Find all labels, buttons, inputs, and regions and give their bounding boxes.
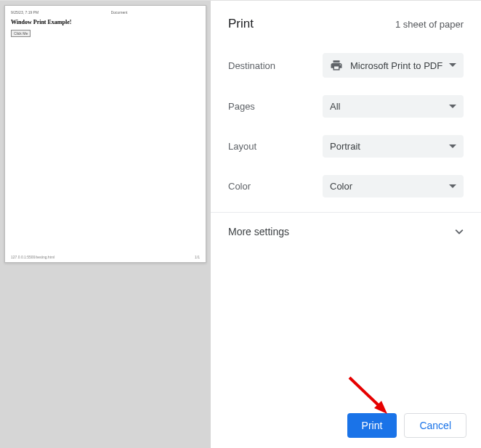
settings-pane: Print 1 sheet of paper Destination Micro… (211, 1, 481, 448)
pages-value: All (330, 101, 449, 112)
preview-doc-title: Document (111, 10, 128, 15)
printer-icon (330, 59, 343, 72)
dialog-footer: Print Cancel (211, 403, 481, 448)
pages-row: Pages All (211, 86, 481, 126)
preview-page-footer: 127.0.0.1:5500/testing.html 1/1 (11, 255, 200, 259)
destination-value: Microsoft Print to PDF (350, 60, 449, 71)
caret-down-icon (449, 103, 456, 110)
more-settings-row[interactable]: More settings (211, 213, 481, 251)
pages-label: Pages (228, 101, 323, 112)
dialog-title: Print (228, 17, 254, 31)
preview-page-number: 1/1 (195, 255, 200, 259)
layout-label: Layout (228, 141, 323, 152)
layout-row: Layout Portrait (211, 126, 481, 166)
preview-click-button: Click Me (11, 30, 31, 37)
preview-url: 127.0.0.1:5500/testing.html (11, 255, 54, 259)
caret-down-icon (449, 62, 456, 69)
print-dialog: 9/25/23, 7:19 PM Document Window Print E… (0, 0, 481, 448)
preview-timestamp: 9/25/23, 7:19 PM (11, 10, 39, 15)
layout-dropdown[interactable]: Portrait (323, 135, 464, 158)
color-label: Color (228, 181, 323, 192)
layout-value: Portrait (330, 141, 449, 152)
destination-label: Destination (228, 60, 323, 71)
preview-heading: Window Print Example! (11, 19, 200, 25)
color-dropdown[interactable]: Color (323, 175, 464, 197)
destination-row: Destination Microsoft Print to PDF (211, 44, 481, 86)
preview-page-header: 9/25/23, 7:19 PM Document (11, 10, 200, 15)
pages-dropdown[interactable]: All (323, 95, 464, 118)
chevron-down-icon (455, 227, 464, 236)
more-settings-label: More settings (228, 226, 289, 237)
color-value: Color (330, 181, 449, 192)
cancel-button[interactable]: Cancel (404, 413, 466, 438)
print-button[interactable]: Print (347, 413, 397, 438)
caret-down-icon (449, 143, 456, 150)
sheet-count: 1 sheet of paper (395, 19, 464, 30)
caret-down-icon (449, 183, 456, 190)
destination-dropdown[interactable]: Microsoft Print to PDF (323, 53, 464, 78)
header-row: Print 1 sheet of paper (211, 1, 481, 44)
preview-page: 9/25/23, 7:19 PM Document Window Print E… (4, 5, 206, 263)
print-preview-pane: 9/25/23, 7:19 PM Document Window Print E… (0, 1, 211, 448)
color-row: Color Color (211, 166, 481, 206)
